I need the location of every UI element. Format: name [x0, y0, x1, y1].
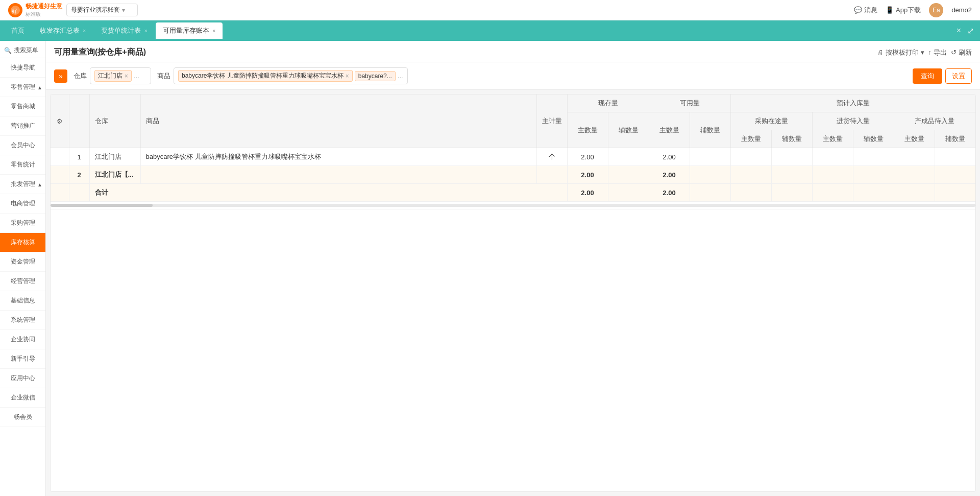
- industry-selector[interactable]: 母婴行业演示账套 ▾: [66, 4, 138, 16]
- tab-home[interactable]: 首页: [4, 22, 32, 39]
- sidebar-item-finance[interactable]: 资金管理: [0, 252, 45, 272]
- cell-settings-2: [51, 166, 69, 184]
- cell-no: 1: [69, 148, 89, 166]
- cell-current-aux: [608, 148, 649, 166]
- footer-current-main: 2.00: [567, 184, 608, 202]
- sidebar-item-inventory[interactable]: 库存核算: [0, 233, 45, 252]
- warehouse-input[interactable]: 江北门店 × ...: [90, 67, 151, 84]
- th-available-main: 主数量: [649, 112, 690, 148]
- sidebar-item-guide[interactable]: 新手引导: [0, 349, 45, 369]
- th-no: [69, 95, 89, 148]
- cell-production-aux-2: [935, 166, 975, 184]
- logo-sub: 标准版: [26, 11, 62, 18]
- sidebar-item-member[interactable]: 会员中心: [0, 136, 45, 155]
- svg-text:好: 好: [12, 8, 17, 14]
- warehouse-tag-close[interactable]: ×: [125, 73, 128, 80]
- cell-available-main: 2.00: [649, 148, 690, 166]
- msg-button[interactable]: 💬 消息: [854, 6, 877, 15]
- table-row: 2 江北门店【... 2.00 2.00: [51, 166, 975, 184]
- expand-icon[interactable]: ⤢: [965, 24, 976, 38]
- product-input[interactable]: babycare学饮杯 儿童防摔防撞吸管杯重力球吸嘴杯宝宝水杯 × babyca…: [174, 67, 408, 84]
- cell-no-2: 2: [69, 166, 89, 184]
- sidebar-item-retail-mall[interactable]: 零售商城: [0, 97, 45, 116]
- cell-purchase-main: [730, 148, 771, 166]
- warehouse-filter: 仓库 江北门店 × ...: [74, 67, 151, 84]
- product-label: 商品: [157, 72, 170, 81]
- search-icon: 🔍: [4, 47, 12, 54]
- footer-available-aux: [690, 184, 730, 202]
- table-wrapper: ⚙ 仓库 商品 主计量 现存量 可用量 预计入库量 主数量 辅数量 主数量: [50, 94, 976, 492]
- export-button[interactable]: ↑ 导出: [928, 48, 947, 57]
- th-production-pending: 产成品待入量: [894, 112, 975, 130]
- top-bar-right: 💬 消息 📱 App下载 Ea demo2: [854, 3, 972, 17]
- sidebar-item-wholesale[interactable]: 批发管理 ▲: [0, 175, 45, 194]
- sidebar-item-system[interactable]: 系统管理: [0, 311, 45, 330]
- sidebar-item-wechat[interactable]: 企业微信: [0, 388, 45, 408]
- sidebar-purchase-label: 采购管理: [2, 219, 43, 227]
- sidebar-item-quick-nav[interactable]: 快捷导航: [0, 58, 45, 78]
- tab-order-close[interactable]: ×: [144, 28, 147, 34]
- th-production-aux: 辅数量: [935, 130, 975, 148]
- sidebar-marketing-label: 营销推广: [2, 122, 43, 130]
- product-more-icon[interactable]: ...: [398, 72, 403, 80]
- settings-button[interactable]: 设置: [945, 68, 972, 84]
- footer-production-aux: [935, 184, 975, 202]
- sidebar-basic-info-label: 基础信息: [2, 296, 43, 305]
- nav-tabs-right: × ⤢: [954, 24, 976, 38]
- sidebar-item-enterprise[interactable]: 企业协同: [0, 330, 45, 349]
- footer-purchase-main: [730, 184, 771, 202]
- sidebar-item-purchase[interactable]: 采购管理: [0, 214, 45, 233]
- username[interactable]: demo2: [951, 6, 972, 14]
- th-current-main: 主数量: [567, 112, 608, 148]
- sidebar-item-ecommerce[interactable]: 电商管理: [0, 194, 45, 214]
- warehouse-more-icon[interactable]: ...: [134, 72, 139, 80]
- table-row: 1 江北门店 babycare学饮杯 儿童防摔防撞吸管杯重力球吸嘴杯宝宝水杯 个…: [51, 148, 975, 166]
- sidebar-item-member2[interactable]: 畅会员: [0, 408, 45, 427]
- tab-inventory-close[interactable]: ×: [212, 28, 215, 34]
- th-available: 可用量: [649, 95, 730, 112]
- sidebar-retail-mall-label: 零售商城: [2, 102, 43, 111]
- tab-available-inventory[interactable]: 可用量库存账本 ×: [156, 22, 223, 39]
- app-label: App下载: [896, 6, 921, 15]
- footer-incoming-main: [812, 184, 853, 202]
- th-purchase-transit: 采购在途量: [730, 112, 812, 130]
- scrollbar-thumb: [51, 204, 153, 207]
- msg-label: 消息: [864, 6, 877, 15]
- th-planned-inbound: 预计入库量: [730, 95, 975, 112]
- warehouse-tag: 江北门店 ×: [94, 70, 132, 82]
- cell-available-main-2: 2.00: [649, 166, 690, 184]
- sidebar-search[interactable]: 🔍 搜索菜单: [0, 41, 45, 58]
- template-print-button[interactable]: 🖨 按模板打印 ▾: [877, 48, 924, 57]
- footer-settings: [51, 184, 69, 202]
- sidebar-item-basic-info[interactable]: 基础信息: [0, 291, 45, 311]
- close-all-icon[interactable]: ×: [954, 24, 963, 38]
- page-actions: 🖨 按模板打印 ▾ ↑ 导出 ↺ 刷新: [877, 48, 972, 57]
- tab-receivable-summary[interactable]: 收发存汇总表 ×: [33, 22, 93, 39]
- settings-icon[interactable]: ⚙: [57, 117, 63, 125]
- sidebar-app-center-label: 应用中心: [2, 374, 43, 383]
- sidebar-item-marketing[interactable]: 营销推广: [0, 116, 45, 136]
- sidebar-item-operations[interactable]: 经营管理: [0, 272, 45, 291]
- cell-unit-2: [536, 166, 567, 184]
- sidebar-item-retail-mgmt[interactable]: 零售管理 ▲: [0, 78, 45, 97]
- sidebar-retail-stats-label: 零售统计: [2, 160, 43, 169]
- cell-purchase-aux: [771, 148, 812, 166]
- chevron-icon: ▲: [37, 84, 42, 90]
- horizontal-scrollbar[interactable]: [51, 204, 975, 207]
- app-download-button[interactable]: 📱 App下载: [886, 6, 921, 15]
- refresh-button[interactable]: ↺ 刷新: [951, 48, 972, 57]
- sidebar-item-retail-stats[interactable]: 零售统计: [0, 155, 45, 175]
- product-tag1-close[interactable]: ×: [346, 73, 349, 80]
- tab-home-label: 首页: [11, 26, 24, 35]
- sidebar-item-app-center[interactable]: 应用中心: [0, 369, 45, 388]
- th-purchase-main: 主数量: [730, 130, 771, 148]
- tab-receivable-label: 收发存汇总表: [40, 26, 80, 35]
- sidebar-member2-label: 畅会员: [2, 413, 43, 421]
- avatar[interactable]: Ea: [929, 3, 943, 17]
- sidebar-enterprise-label: 企业协同: [2, 335, 43, 344]
- tab-receivable-close[interactable]: ×: [83, 28, 86, 34]
- query-button[interactable]: 查询: [913, 68, 942, 84]
- cell-purchase-main-2: [730, 166, 771, 184]
- filter-toggle-button[interactable]: »: [54, 69, 67, 83]
- tab-order-stats[interactable]: 要货单统计表 ×: [94, 22, 154, 39]
